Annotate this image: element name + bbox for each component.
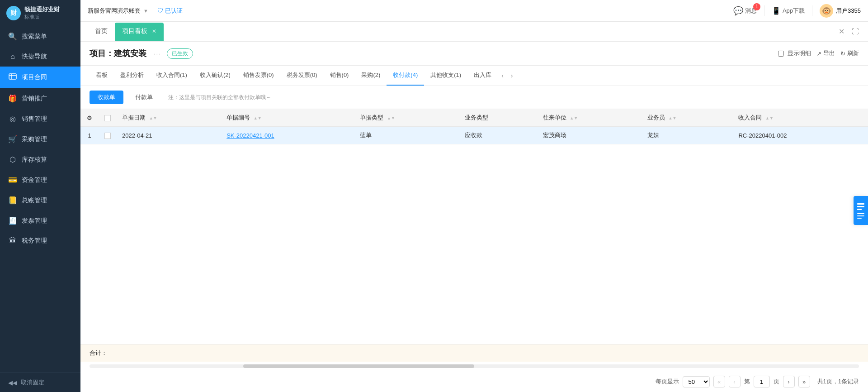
- tab-home[interactable]: 首页: [88, 23, 115, 41]
- row-checkbox[interactable]: [99, 127, 117, 144]
- sidebar-item-inventory[interactable]: ⬡ 库存核算: [0, 149, 80, 170]
- subtab-income-contract[interactable]: 收入合同(1): [150, 66, 193, 86]
- project-more-button[interactable]: ···: [154, 50, 161, 57]
- show-detail-input[interactable]: [778, 51, 784, 57]
- data-table: ⚙ 单据日期 ▲▼ 单据编号 ▲▼: [80, 109, 868, 144]
- panel-tab-payment[interactable]: 付款单: [127, 91, 161, 104]
- subtab-tax-invoice[interactable]: 税务发票(0): [280, 66, 324, 86]
- tax-icon: 🏛: [8, 237, 17, 245]
- row-date: 2022-04-21: [117, 127, 221, 144]
- subtab-next-arrow[interactable]: ›: [507, 67, 517, 85]
- tabs-bar: 首页 项目看板 ✕ ✕ ⛶: [80, 22, 868, 42]
- refresh-button[interactable]: ↻ 刷新: [840, 49, 859, 57]
- page-input[interactable]: [754, 376, 770, 387]
- subtab-income-confirm[interactable]: 收入确认(2): [193, 66, 237, 86]
- first-page-icon: «: [717, 378, 721, 385]
- subtab-inout[interactable]: 出入库: [467, 66, 498, 86]
- app-logo-text: 畅捷通好业财 标准版: [24, 5, 60, 20]
- scrollbar-thumb[interactable]: [243, 364, 474, 368]
- subtab-purchase[interactable]: 采购(2): [355, 66, 387, 86]
- topbar-divider2: [812, 5, 812, 16]
- sidebar: 财 畅捷通好业财 标准版 🔍 搜索菜单 ⌂ 快捷导航 项目合同 🎁 营销推广 ◎…: [0, 0, 80, 392]
- partner-sort-icon: ▲▼: [570, 116, 578, 120]
- subtabs: 看板 盈利分析 收入合同(1) 收入确认(2) 销售发票(0) 税务发票(0) …: [80, 66, 868, 86]
- col-biz-type: 业务类型: [459, 109, 538, 127]
- table-header-row: ⚙ 单据日期 ▲▼ 单据编号 ▲▼: [80, 109, 868, 127]
- col-salesman[interactable]: 业务员 ▲▼: [642, 109, 733, 127]
- capital-icon: 💳: [8, 176, 17, 184]
- sidebar-item-purchase[interactable]: 🛒 采购管理: [0, 129, 80, 149]
- project-header-actions: 显示明细 ↗ 导出 ↻ 刷新: [778, 49, 859, 57]
- sidebar-item-search[interactable]: 🔍 搜索菜单: [0, 26, 80, 47]
- next-page-button[interactable]: ›: [783, 376, 795, 387]
- export-button[interactable]: ↗ 导出: [816, 49, 835, 57]
- workspace-dropdown-arrow: ▼: [143, 8, 148, 14]
- sidebar-item-project[interactable]: 项目合同: [0, 67, 80, 88]
- sidebar-nav: 🔍 搜索菜单 ⌂ 快捷导航 项目合同 🎁 营销推广 ◎ 销售管理 🛒 采购管理 …: [0, 26, 80, 373]
- close-window-button[interactable]: ✕: [837, 25, 846, 38]
- svg-rect-6: [857, 213, 864, 214]
- col-type[interactable]: 单据类型 ▲▼: [354, 109, 459, 127]
- maximize-window-button[interactable]: ⛶: [850, 26, 861, 38]
- unpin-button[interactable]: ◀◀ 取消固定: [0, 373, 80, 392]
- refresh-icon: ↻: [840, 50, 845, 57]
- export-icon: ↗: [816, 50, 821, 57]
- subtab-sales[interactable]: 销售(0): [324, 66, 355, 86]
- sales-icon: ◎: [8, 115, 17, 123]
- subtab-sales-invoice[interactable]: 销售发票(0): [237, 66, 280, 86]
- per-page-select[interactable]: 50 100 200: [683, 376, 710, 387]
- row-code[interactable]: SK-20220421-001: [221, 127, 354, 144]
- sidebar-item-marketing[interactable]: 🎁 营销推广: [0, 88, 80, 109]
- svg-rect-7: [857, 215, 864, 216]
- page-suffix: 页: [774, 378, 779, 386]
- row-biz-type: 应收款: [459, 127, 538, 144]
- unpin-icon: ◀◀: [8, 379, 17, 386]
- float-action-button[interactable]: [854, 196, 868, 225]
- subtab-board[interactable]: 看板: [90, 66, 114, 86]
- row-code-link[interactable]: SK-20220421-001: [226, 132, 274, 139]
- show-detail-checkbox[interactable]: 显示明细: [778, 49, 811, 57]
- code-sort-icon: ▲▼: [254, 116, 262, 120]
- topbar-right: 💬 消息 1 📱 App下载 🐵 用户3355: [733, 4, 861, 18]
- subtab-receipt[interactable]: 收付款(4): [387, 66, 424, 86]
- tab-project-board[interactable]: 项目看板 ✕: [115, 23, 164, 41]
- sidebar-item-sales[interactable]: ◎ 销售管理: [0, 109, 80, 129]
- app-download-button[interactable]: 📱 App下载: [772, 6, 805, 15]
- sidebar-item-shortcut[interactable]: ⌂ 快捷导航: [0, 47, 80, 67]
- subtab-profit[interactable]: 盈利分析: [114, 66, 150, 86]
- pagination: 每页显示 50 100 200 « ‹ 第 页 ›: [80, 371, 868, 392]
- last-page-button[interactable]: »: [798, 376, 810, 387]
- sidebar-item-invoice[interactable]: 🧾 发票管理: [0, 210, 80, 231]
- project-header: 项目：建筑安装 ··· 已生效 显示明细 ↗ 导出 ↻ 刷新: [80, 42, 868, 66]
- col-income-contract[interactable]: 收入合同 ▲▼: [733, 109, 868, 127]
- prev-page-button[interactable]: ‹: [729, 376, 741, 387]
- search-icon: 🔍: [8, 32, 17, 41]
- row-select-checkbox[interactable]: [104, 133, 111, 139]
- tab-close-icon[interactable]: ✕: [152, 28, 156, 34]
- message-button[interactable]: 💬 消息 1: [733, 6, 757, 16]
- subtab-other-expense[interactable]: 其他收支(1): [424, 66, 467, 86]
- col-date[interactable]: 单据日期 ▲▼: [117, 109, 221, 127]
- col-code[interactable]: 单据编号 ▲▼: [221, 109, 354, 127]
- col-settings[interactable]: ⚙: [80, 109, 99, 127]
- sidebar-item-ledger[interactable]: 📒 总账管理: [0, 190, 80, 210]
- workspace-selector[interactable]: 新服务官网演示账套 ▼: [88, 7, 148, 15]
- first-page-button[interactable]: «: [713, 376, 725, 387]
- next-page-icon: ›: [788, 378, 789, 385]
- panel-tab-receipt[interactable]: 收款单: [90, 91, 123, 104]
- sidebar-item-tax[interactable]: 🏛 税务管理: [0, 231, 80, 251]
- col-select-all[interactable]: [99, 109, 117, 127]
- user-menu[interactable]: 🐵 用户3355: [820, 4, 861, 18]
- subtab-prev-arrow[interactable]: ‹: [498, 67, 507, 85]
- tabsbar-actions: ✕ ⛶: [837, 25, 861, 38]
- main-area: 新服务官网演示账套 ▼ 🛡 已认证 💬 消息 1 📱 App下载 🐵 用: [80, 0, 868, 392]
- project-icon: [8, 72, 17, 82]
- table-row[interactable]: 1 2022-04-21 SK-20220421-001 蓝单 应收款: [80, 127, 868, 144]
- col-partner[interactable]: 往来单位 ▲▼: [538, 109, 642, 127]
- sidebar-item-capital[interactable]: 💳 资金管理: [0, 170, 80, 190]
- select-all-checkbox[interactable]: [104, 115, 111, 121]
- sidebar-logo: 财 畅捷通好业财 标准版: [0, 0, 80, 26]
- topbar-divider: [764, 5, 764, 16]
- table-scrollbar[interactable]: [80, 362, 868, 371]
- app-logo-icon: 财: [6, 6, 21, 20]
